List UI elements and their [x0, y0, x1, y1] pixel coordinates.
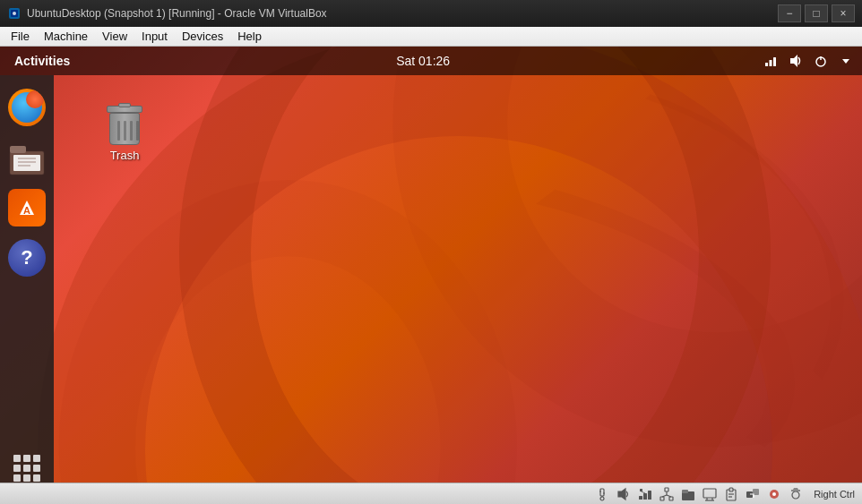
chevron-down-icon[interactable]: [837, 52, 855, 70]
help-icon: ?: [8, 239, 46, 277]
svg-rect-38: [682, 490, 688, 493]
menu-view[interactable]: View: [95, 27, 134, 46]
svg-rect-7: [773, 57, 776, 66]
svg-point-51: [792, 491, 799, 499]
audio-status-icon[interactable]: [615, 486, 633, 502]
trash-can-graphic: [107, 106, 142, 145]
trash-line: [117, 121, 120, 141]
grid-dot: [23, 455, 30, 462]
svg-point-21: [600, 497, 604, 500]
svg-rect-28: [648, 491, 651, 500]
clipboard-status-icon[interactable]: [722, 486, 740, 502]
vbox-statusbar: Right Ctrl: [0, 483, 862, 504]
svg-marker-25: [618, 489, 625, 500]
svg-rect-14: [10, 146, 26, 153]
menu-devices[interactable]: Devices: [175, 27, 230, 46]
trash-desktop-icon[interactable]: Trash: [103, 102, 146, 166]
network1-status-icon[interactable]: [636, 486, 654, 502]
svg-rect-31: [665, 488, 668, 491]
svg-text:A: A: [23, 205, 30, 216]
display-status-icon[interactable]: [701, 486, 719, 502]
recording-status-icon[interactable]: [765, 486, 783, 502]
window-title: UbuntuDesktop (Snapshot 1) [Running] - O…: [27, 7, 778, 20]
drag-drop-icon[interactable]: [744, 486, 762, 502]
svg-rect-26: [639, 496, 642, 500]
topbar-system-icons: [762, 52, 862, 70]
usb-status-icon[interactable]: [593, 486, 611, 502]
trash-line: [130, 121, 133, 141]
menu-input[interactable]: Input: [134, 27, 175, 46]
application-dock: A ?: [0, 75, 54, 504]
desktop-area: Trash: [54, 75, 862, 504]
svg-point-2: [13, 12, 16, 15]
svg-rect-33: [669, 497, 673, 500]
firefox-icon: [8, 89, 46, 126]
grid-dot: [23, 465, 30, 472]
network2-status-icon[interactable]: [658, 486, 676, 502]
trash-lid: [107, 106, 142, 113]
dock-item-help[interactable]: ?: [5, 236, 48, 279]
close-button[interactable]: ×: [832, 4, 855, 22]
svg-line-35: [662, 495, 667, 497]
dock-item-appstore[interactable]: A: [5, 186, 48, 229]
trash-lines: [117, 121, 139, 141]
power-icon[interactable]: [812, 52, 830, 70]
dock-item-filemanager[interactable]: [5, 136, 48, 179]
svg-point-50: [772, 492, 776, 496]
svg-marker-8: [790, 55, 797, 67]
svg-line-30: [642, 491, 646, 493]
titlebar: UbuntuDesktop (Snapshot 1) [Running] - O…: [0, 0, 862, 27]
shared-folders-icon[interactable]: [679, 486, 697, 502]
svg-rect-6: [770, 60, 772, 66]
appstore-icon: A: [8, 189, 46, 226]
volume-icon[interactable]: [787, 52, 805, 70]
grid-dot: [13, 455, 21, 462]
grid-dot: [33, 455, 40, 462]
grid-dot: [23, 474, 30, 482]
window-controls: − □ ×: [778, 4, 855, 22]
menubar: File Machine View Input Devices Help: [0, 27, 862, 47]
virtualbox-icon: [7, 6, 22, 21]
trash-line: [124, 121, 126, 141]
network-icon[interactable]: [762, 52, 780, 70]
minimize-button[interactable]: −: [778, 4, 801, 22]
trash-body: [109, 113, 140, 145]
dock-item-firefox[interactable]: [5, 86, 48, 129]
svg-rect-44: [729, 488, 733, 491]
svg-rect-39: [703, 489, 716, 498]
trash-line: [136, 121, 139, 141]
trash-handle: [118, 103, 131, 107]
grid-icon: [13, 455, 40, 482]
svg-marker-11: [842, 59, 849, 64]
svg-rect-32: [660, 497, 664, 500]
grid-dot: [13, 474, 21, 482]
statusbar-icons: Right Ctrl: [593, 486, 855, 502]
svg-line-36: [667, 495, 671, 497]
svg-rect-20: [600, 489, 604, 496]
topbar-clock: Sat 01:26: [84, 54, 762, 68]
svg-rect-29: [640, 489, 642, 491]
svg-rect-27: [643, 493, 647, 500]
grid-dot: [33, 474, 40, 482]
maximize-button[interactable]: □: [805, 4, 828, 22]
grid-dot: [33, 465, 40, 472]
menu-help[interactable]: Help: [230, 27, 269, 46]
activities-button[interactable]: Activities: [0, 47, 84, 75]
svg-rect-15: [13, 155, 40, 171]
filemanager-icon: [8, 139, 46, 176]
trash-label: Trash: [110, 149, 140, 162]
vm-display: Activities Sat 01:26: [0, 47, 862, 504]
grid-dot: [13, 465, 21, 472]
menu-machine[interactable]: Machine: [37, 27, 95, 46]
clock-display: Sat 01:26: [396, 54, 450, 68]
svg-rect-5: [765, 63, 768, 66]
menu-file[interactable]: File: [4, 27, 37, 46]
gnome-topbar: Activities Sat 01:26: [0, 47, 862, 75]
right-ctrl-label: Right Ctrl: [814, 489, 855, 500]
snapshot-status-icon[interactable]: [787, 486, 805, 502]
